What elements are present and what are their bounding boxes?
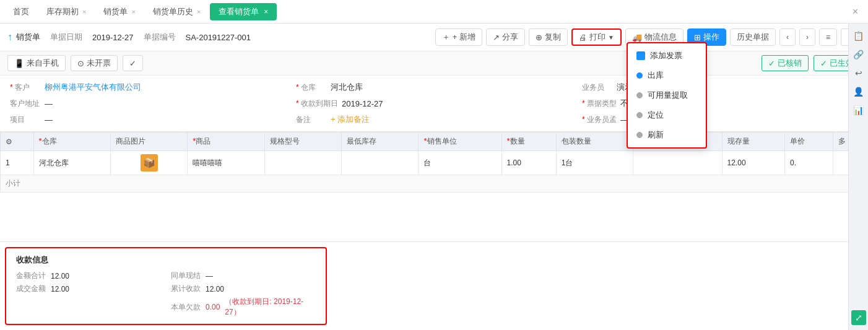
transaction-value: 12.00 bbox=[51, 285, 69, 293]
circle-icon: ⊙ bbox=[77, 59, 84, 68]
payment-title: 收款信息 bbox=[16, 254, 316, 266]
row-available bbox=[633, 151, 723, 175]
table-row: 1 河北仓库 📦 嘻嘻嘻嘻 台 1.00 1台 12.00 0. bbox=[1, 151, 868, 175]
available-pick-item[interactable]: 可用量提取 bbox=[628, 85, 706, 105]
prev-button[interactable]: ‹ bbox=[779, 28, 796, 46]
due-date-note: （收款到期日: 2019-12-27） bbox=[225, 297, 316, 318]
sales-order-icon: ↑ bbox=[7, 32, 12, 43]
add-invoice-icon bbox=[636, 51, 645, 60]
warehouse-field: 仓库 河北仓库 bbox=[296, 82, 572, 93]
copy-button[interactable]: ⊕ 复制 bbox=[529, 28, 568, 46]
main-area: ↑ 销货单 单据日期 2019-12-27 单据编号 SA-20191227-0… bbox=[0, 24, 868, 330]
this-order-row: 本单欠款 0.00 （收款到期日: 2019-12-27） bbox=[171, 297, 316, 318]
project-value: — bbox=[45, 115, 53, 124]
share-button[interactable]: ↗ 分享 bbox=[486, 28, 525, 46]
locate-item[interactable]: 定位 bbox=[628, 105, 706, 125]
tab-inventory[interactable]: 库存期初 × bbox=[38, 2, 94, 21]
remark-field: 备注 + 添加备注 bbox=[296, 114, 572, 125]
add-invoice-item[interactable]: 添加发票 bbox=[628, 46, 706, 66]
this-order-label: 本单欠款 bbox=[171, 302, 201, 313]
sidebar-expand-icon[interactable]: ⤢ bbox=[851, 310, 866, 325]
amount-row: 金额合计 12.00 bbox=[16, 271, 161, 281]
copy-icon: ⊕ bbox=[536, 33, 542, 42]
operation-dropdown: 添加发票 出库 可用量提取 定位 刷新 bbox=[627, 42, 707, 149]
row-price: 0. bbox=[784, 151, 833, 175]
mobile-icon: 📱 bbox=[14, 59, 24, 68]
sold-status: ✓ 已核销 bbox=[762, 55, 809, 71]
col-settings[interactable]: ⚙ bbox=[1, 132, 34, 151]
project-field: 项目 — bbox=[10, 114, 286, 125]
sidebar-link-icon[interactable]: 🔗 bbox=[851, 47, 866, 62]
row-spec bbox=[264, 151, 341, 175]
sidebar-doc-icon[interactable]: 📋 bbox=[851, 28, 866, 43]
customer-label: 客户 bbox=[10, 82, 41, 93]
subtotal-label: 小计 bbox=[1, 175, 868, 193]
staff-field: 业务员 演示账号 bbox=[582, 82, 858, 93]
out-warehouse-item[interactable]: 出库 bbox=[628, 66, 706, 85]
project-label: 项目 bbox=[10, 115, 41, 125]
this-order-value: 0.00 bbox=[206, 303, 220, 311]
refresh-item[interactable]: 刷新 bbox=[628, 125, 706, 145]
close-tab-sales-history[interactable]: × bbox=[197, 8, 201, 15]
check-icon: ✓ bbox=[129, 59, 136, 68]
due-date-label: 收款到期日 bbox=[296, 98, 338, 109]
address-field: 客户地址 — bbox=[10, 98, 286, 109]
tab-sales-order[interactable]: 销货单 × bbox=[95, 2, 143, 21]
next-button[interactable]: › bbox=[799, 28, 815, 46]
sidebar-chart-icon[interactable]: 📊 bbox=[851, 103, 866, 118]
out-warehouse-icon bbox=[636, 72, 643, 79]
customer-value[interactable]: 柳州粤港平安气体有限公司 bbox=[45, 82, 141, 93]
row-product: 嘻嘻嘻嘻 bbox=[188, 151, 264, 175]
col-product-img: 商品图片 bbox=[110, 132, 187, 151]
close-tab-sales-order[interactable]: × bbox=[131, 8, 135, 15]
salesperson-field: 业务员孟 — bbox=[582, 114, 858, 125]
remark-label: 备注 bbox=[296, 115, 327, 125]
sidebar-user-icon[interactable]: 👤 bbox=[851, 84, 866, 99]
products-table: ⚙ *仓库 商品图片 *商品 规格型号 最低库存 *销售单位 *数量 包装数量 … bbox=[0, 132, 868, 193]
locate-icon bbox=[636, 112, 643, 118]
close-tab-inventory[interactable]: × bbox=[82, 8, 86, 15]
print-dropdown-icon: ▼ bbox=[608, 34, 614, 41]
salesperson-label: 业务员孟 bbox=[582, 115, 617, 125]
refresh-icon bbox=[636, 132, 643, 138]
from-mobile-button[interactable]: 📱 来自手机 bbox=[7, 55, 66, 71]
subtotal-row: 小计 bbox=[1, 175, 868, 193]
bottom-area: 收款信息 金额合计 12.00 同单现结 — 成交金额 12.00 bbox=[0, 241, 868, 330]
available-pick-icon bbox=[636, 92, 643, 98]
tab-sales-history[interactable]: 销货单历史 × bbox=[145, 2, 209, 21]
tab-home[interactable]: 首页 bbox=[5, 2, 37, 21]
history-button[interactable]: 历史单据 bbox=[730, 28, 776, 46]
close-page-button[interactable]: × bbox=[848, 6, 863, 17]
doc-type-label: 销货单 bbox=[16, 32, 40, 43]
not-open-ticket-button[interactable]: ⊙ 未开票 bbox=[71, 55, 118, 71]
date-label: 单据日期 bbox=[50, 32, 82, 43]
action-bar: 📱 来自手机 ⊙ 未开票 ✓ ✓ 已核销 ✓ 已生效 bbox=[0, 51, 868, 76]
col-stock: 现存量 bbox=[722, 132, 784, 151]
col-product: *商品 bbox=[188, 132, 264, 151]
sidebar-return-icon[interactable]: ↩ bbox=[851, 66, 866, 80]
col-spec: 规格型号 bbox=[264, 132, 341, 151]
row-warehouse: 河北仓库 bbox=[33, 151, 110, 175]
check-button[interactable]: ✓ bbox=[123, 55, 143, 71]
table-area: ⚙ *仓库 商品图片 *商品 规格型号 最低库存 *销售单位 *数量 包装数量 … bbox=[0, 132, 868, 241]
check-eff-icon: ✓ bbox=[820, 59, 827, 68]
check-green-icon: ✓ bbox=[768, 59, 775, 68]
doc-header: ↑ 销货单 单据日期 2019-12-27 单据编号 SA-20191227-0… bbox=[0, 24, 868, 51]
row-quantity: 1.00 bbox=[501, 151, 556, 175]
address-value: — bbox=[45, 99, 53, 108]
row-pack-qty: 1台 bbox=[556, 151, 633, 175]
doc-meta: 单据日期 2019-12-27 单据编号 SA-20191227-001 bbox=[50, 32, 251, 43]
add-remark-btn[interactable]: + 添加备注 bbox=[331, 114, 370, 125]
row-unit: 台 bbox=[419, 151, 501, 175]
warehouse-label: 仓库 bbox=[296, 82, 327, 93]
plus-icon: ＋ bbox=[442, 32, 450, 43]
due-date-value: 2019-12-27 bbox=[342, 99, 383, 108]
tab-view-sales[interactable]: 查看销货单 × bbox=[210, 3, 277, 20]
row-product-img: 📦 bbox=[110, 151, 187, 175]
same-settlement-row: 同单现结 — bbox=[171, 271, 316, 281]
print-button[interactable]: 🖨 打印 ▼ bbox=[571, 28, 622, 46]
col-min-stock: 最低库存 bbox=[342, 132, 419, 151]
close-tab-view-sales[interactable]: × bbox=[264, 7, 268, 16]
list-view-button[interactable]: ≡ bbox=[819, 28, 837, 46]
new-button[interactable]: ＋ + 新增 bbox=[435, 28, 482, 46]
